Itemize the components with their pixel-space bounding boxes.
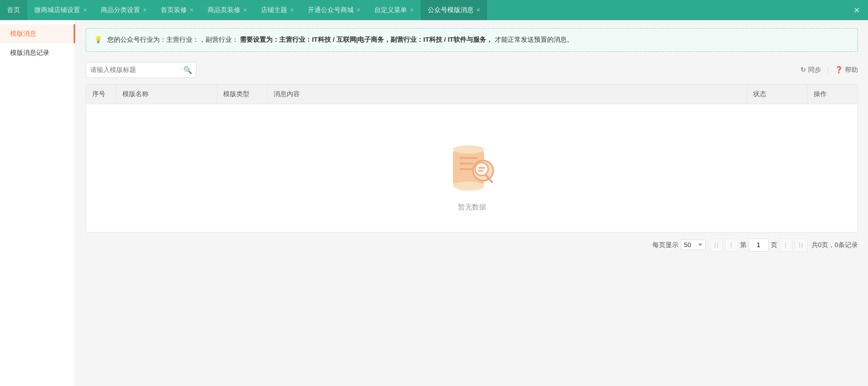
divider: | [827,66,829,73]
next-page-button[interactable]: ⟩ [779,239,792,252]
col-action: 操作 [808,84,858,104]
sync-button[interactable]: ↻ 同步 [800,65,821,74]
svg-point-3 [453,182,484,190]
tab-close-category-settings[interactable]: × [143,7,147,14]
tab-shop-settings[interactable]: 微商城店铺设置 × [27,0,94,20]
sidebar-item-template-message[interactable]: 模版消息 [0,24,75,43]
search-bar: 🔍 ↻ 同步 | ❓ 帮助 [86,62,858,78]
tab-close-shop-theme[interactable]: × [290,7,294,14]
tab-home[interactable]: 首页 [0,0,27,20]
tab-custom-menu[interactable]: 自定义菜单 × [367,0,421,20]
svg-rect-11 [478,170,483,172]
prev-page-button[interactable]: ⟨ [725,239,738,252]
first-page-button[interactable]: ⟨⟨ [710,239,723,252]
notice-box: 💡 您的公众号行业为：主营行业：，副营行业： 需要设置为：主营行业：IT科技 /… [86,28,858,52]
sidebar-item-template-message-log[interactable]: 模版消息记录 [0,43,75,62]
tab-homepage-decoration[interactable]: 首页装修 × [154,0,201,20]
tab-open-wechat-mall[interactable]: 开通公众号商城 × [301,0,367,20]
sidebar: 模版消息 模版消息记录 [0,20,76,386]
help-button[interactable]: ❓ 帮助 [835,65,858,74]
svg-point-8 [475,163,488,176]
col-name: 模版名称 [116,84,217,104]
svg-rect-4 [459,157,478,159]
col-status: 状态 [747,84,808,104]
svg-rect-5 [459,163,474,165]
tab-close-homepage-decoration[interactable]: × [190,7,193,14]
last-page-button[interactable]: ⟩⟩ [794,239,808,252]
tab-category-settings[interactable]: 商品分类设置 × [94,0,154,20]
tab-shop-theme[interactable]: 店铺主题 × [254,0,301,20]
tab-close-open-wechat-mall[interactable]: × [357,7,360,14]
tab-close-shop-settings[interactable]: × [83,7,87,14]
tab-close-custom-menu[interactable]: × [410,7,414,14]
col-index: 序号 [86,84,116,104]
page-size-select[interactable]: 10 20 50 100 [681,240,706,250]
search-input-wrap: 🔍 [86,62,196,78]
svg-point-2 [453,145,484,153]
page-navigation: ⟨⟨ ⟨ 第 页 ⟩ ⟩⟩ [710,239,808,252]
search-input[interactable] [90,66,183,73]
empty-text: 暂无数据 [86,203,857,212]
main-layout: 模版消息 模版消息记录 💡 您的公众号行业为：主营行业：，副营行业： 需要设置为… [0,20,868,386]
col-type: 模版类型 [217,84,268,104]
tab-bar: 首页 微商城店铺设置 × 商品分类设置 × 首页装修 × 商品页装修 × 店铺主… [0,0,868,20]
empty-icon [442,134,502,195]
sync-icon: ↻ [800,66,806,73]
svg-rect-10 [478,167,485,169]
tab-template-message[interactable]: 公众号模版消息 × [421,0,487,20]
search-actions: ↻ 同步 | ❓ 帮助 [800,65,858,74]
content-area: 💡 您的公众号行业为：主营行业：，副营行业： 需要设置为：主营行业：IT科技 /… [76,20,868,386]
bulb-icon: 💡 [94,36,102,43]
col-content: 消息内容 [268,84,747,104]
table-container: 序号 模版名称 模版类型 消息内容 状态 操作 [86,84,858,233]
data-table: 序号 模版名称 模版类型 消息内容 状态 操作 [86,84,858,233]
pagination: 每页显示 10 20 50 100 ⟨⟨ ⟨ 第 页 ⟩ ⟩⟩ 共0页，0条记录 [86,239,858,252]
help-icon: ❓ [835,66,843,73]
tab-close-template-message[interactable]: × [477,7,480,14]
search-button[interactable]: 🔍 [183,66,192,74]
tab-close-product-decoration[interactable]: × [243,7,247,14]
page-size-selector: 每页显示 10 20 50 100 [652,240,706,250]
tab-product-decoration[interactable]: 商品页装修 × [201,0,254,20]
page-number-input[interactable] [749,239,769,252]
tab-bar-close-button[interactable]: ✕ [845,6,868,15]
empty-state: 暂无数据 [86,104,857,232]
total-info: 共0页，0条记录 [812,241,858,250]
